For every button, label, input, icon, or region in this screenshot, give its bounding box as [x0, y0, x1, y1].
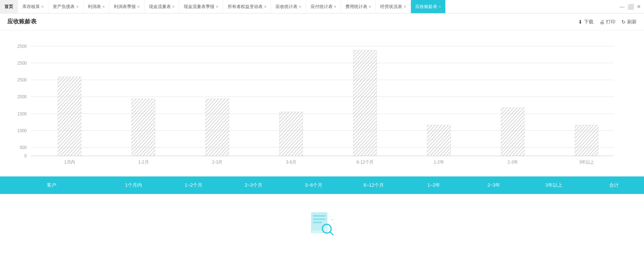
tab-expense-stats[interactable]: 费用统计表× — [341, 0, 376, 13]
svg-point-34 — [334, 223, 335, 224]
tab-close-profit-quarterly[interactable]: × — [137, 4, 139, 9]
tab-close-ap-stats[interactable]: × — [334, 4, 336, 9]
svg-text:3-6月: 3-6月 — [286, 159, 296, 165]
svg-point-33 — [331, 219, 333, 220]
chart-area: 2500 2500 2500 2000 1500 1000 500 0 1月内 … — [0, 30, 644, 176]
svg-text:1000: 1000 — [17, 128, 27, 134]
header-actions: ⬇ 下载 🖨 打印 ↻ 刷新 — [578, 19, 637, 25]
tab-close-equity[interactable]: × — [264, 4, 266, 9]
tab-close-cashflow[interactable]: × — [172, 4, 175, 9]
tab-profit[interactable]: 利润表× — [83, 0, 109, 13]
bar-1-2yue — [132, 99, 155, 156]
tab-label-profit: 利润表 — [88, 4, 101, 10]
svg-text:1-2年: 1-2年 — [434, 159, 444, 165]
svg-rect-28 — [313, 218, 326, 220]
tab-label-ar-stats: 应收统计表 — [276, 4, 297, 10]
maximize-button[interactable]: ⬜ — [628, 4, 634, 9]
tab-ar-aging[interactable]: 应收账龄表× — [411, 0, 446, 13]
tab-ap-stats[interactable]: 应付统计表× — [306, 0, 341, 13]
svg-text:2-3月: 2-3月 — [212, 159, 222, 165]
th-0: 客户 — [0, 182, 104, 188]
svg-text:2000: 2000 — [17, 94, 27, 100]
tab-balance-sheet[interactable]: 资产负债表× — [48, 0, 83, 13]
tab-cashflow-quarterly[interactable]: 现金流量表季报× — [179, 0, 223, 13]
svg-text:1月内: 1月内 — [64, 159, 75, 165]
tab-close-cashflow-quarterly[interactable]: × — [216, 4, 218, 9]
svg-line-32 — [330, 232, 333, 235]
tab-label-profit-quarterly: 利润表季报 — [114, 4, 136, 10]
download-icon: ⬇ — [578, 19, 583, 25]
tab-label-cashflow: 现金流量表 — [149, 4, 171, 10]
tab-label-equity: 所有者权益变动表 — [228, 4, 263, 10]
main-content: 2500 2500 2500 2000 1500 1000 500 0 1月内 … — [0, 30, 644, 263]
th-7: 2~3年 — [464, 182, 524, 188]
th-9: 合计 — [584, 182, 644, 188]
aging-chart: 2500 2500 2500 2000 1500 1000 500 0 1月内 … — [7, 38, 629, 173]
th-5: 6~12个月 — [344, 182, 404, 188]
tab-label-ap-stats: 应付统计表 — [311, 4, 333, 10]
bar-2-3yue — [206, 99, 229, 156]
svg-text:6-12个月: 6-12个月 — [356, 159, 373, 165]
bar-2-3nian — [501, 108, 524, 156]
bar-1-2nian — [427, 125, 451, 156]
svg-point-35 — [330, 216, 331, 217]
tab-ar-stats[interactable]: 应收统计表× — [271, 0, 306, 13]
page-title: 应收账龄表 — [7, 18, 37, 26]
svg-rect-27 — [313, 215, 326, 217]
tab-profit-quarterly[interactable]: 利润表季报× — [109, 0, 144, 13]
svg-text:2500: 2500 — [17, 61, 27, 66]
tab-close-balance-sheet[interactable]: × — [76, 4, 78, 9]
tab-home[interactable]: 首页 — [0, 0, 18, 13]
tab-operations[interactable]: 经营状况表× — [376, 0, 411, 13]
svg-text:0: 0 — [25, 153, 27, 159]
svg-text:1-2月: 1-2月 — [138, 159, 149, 165]
tab-label-balance-sheet: 资产负债表 — [53, 4, 75, 10]
svg-text:500: 500 — [20, 145, 27, 150]
download-button[interactable]: ⬇ 下载 — [578, 19, 594, 25]
tab-label-operations: 经营状况表 — [380, 4, 402, 10]
th-3: 2~3个月 — [224, 182, 284, 188]
refresh-label: 刷新 — [627, 19, 637, 25]
tab-close-expense-stats[interactable]: × — [369, 4, 371, 9]
table-header-row: 客户1个月内1~2个月2~3个月3~6个月6~12个月1~2年2~3年3年以上合… — [0, 176, 644, 194]
svg-point-31 — [324, 226, 329, 231]
tab-inventory[interactable]: 库存核算× — [18, 0, 48, 13]
bar-3nian-above — [575, 125, 598, 156]
page-header: 应收账龄表 ⬇ 下载 🖨 打印 ↻ 刷新 — [0, 14, 644, 30]
th-6: 1~2年 — [404, 182, 464, 188]
svg-text:2-3年: 2-3年 — [508, 159, 518, 165]
bar-1yue — [58, 77, 81, 156]
tab-close-profit[interactable]: × — [102, 4, 105, 9]
svg-text:3年以上: 3年以上 — [579, 159, 594, 165]
close-button[interactable]: ✕ — [637, 4, 641, 9]
tabs-container: 首页库存核算×资产负债表×利润表×利润表季报×现金流量表×现金流量表季报×所有者… — [0, 0, 619, 13]
print-button[interactable]: 🖨 打印 — [599, 19, 615, 25]
tab-bar: 首页库存核算×资产负债表×利润表×利润表季报×现金流量表×现金流量表季报×所有者… — [0, 0, 644, 14]
th-1: 1个月内 — [104, 182, 164, 188]
empty-icon — [306, 209, 338, 241]
tab-label-home: 首页 — [4, 4, 13, 10]
th-4: 3~6个月 — [284, 182, 344, 188]
tab-close-ar-stats[interactable]: × — [299, 4, 301, 9]
th-8: 3年以上 — [524, 182, 584, 188]
svg-rect-29 — [313, 222, 322, 223]
svg-text:2500: 2500 — [17, 43, 27, 49]
refresh-button[interactable]: ↻ 刷新 — [621, 19, 637, 25]
svg-text:2500: 2500 — [17, 77, 27, 83]
tab-cashflow[interactable]: 现金流量表× — [145, 0, 179, 13]
bar-3-6yue — [280, 112, 303, 156]
tab-equity[interactable]: 所有者权益变动表× — [223, 0, 271, 13]
tab-label-ar-aging: 应收账龄表 — [415, 4, 437, 10]
th-2: 1~2个月 — [164, 182, 224, 188]
tab-close-operations[interactable]: × — [404, 4, 406, 9]
tab-label-cashflow-quarterly: 现金流量表季报 — [184, 4, 214, 10]
tab-label-inventory: 库存核算 — [22, 4, 40, 10]
minimize-button[interactable]: — — [619, 4, 625, 9]
window-controls: — ⬜ ✕ — [619, 4, 644, 9]
print-icon: 🖨 — [599, 19, 604, 25]
svg-text:1500: 1500 — [17, 111, 27, 117]
tab-close-ar-aging[interactable]: × — [439, 4, 441, 9]
bar-6-12yue — [353, 50, 377, 156]
refresh-icon: ↻ — [621, 19, 626, 25]
tab-close-inventory[interactable]: × — [41, 4, 44, 9]
